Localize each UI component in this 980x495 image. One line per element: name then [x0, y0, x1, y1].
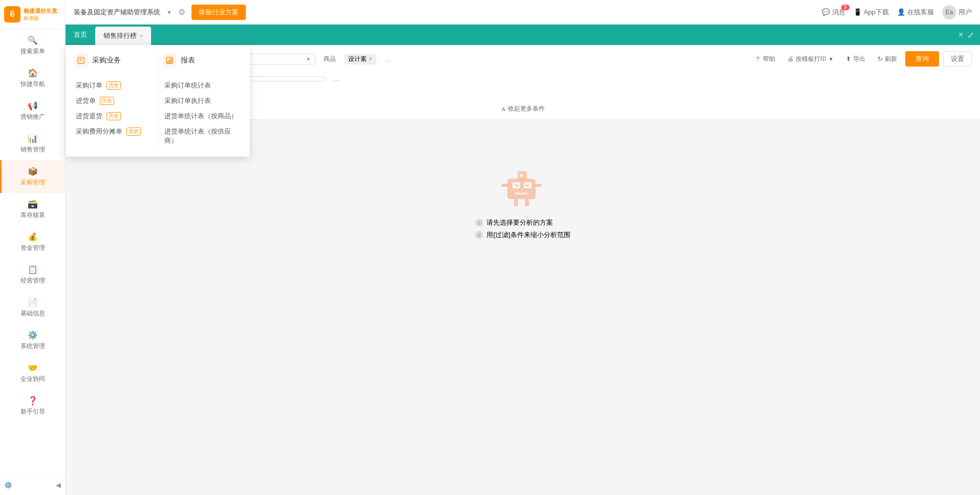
system-icon: ⚙️ [28, 330, 38, 340]
empty-illustration [497, 161, 548, 212]
message-button[interactable]: 💬 消息 9 [822, 8, 845, 17]
message-icon: 💬 [822, 8, 830, 16]
finance-icon: 💰 [28, 232, 38, 242]
export-button[interactable]: ⬆ 导出 [842, 53, 869, 66]
dropdown-columns: 采购业务 采购订单 历史 进货单 历史 进货退货 历史 [74, 53, 242, 148]
sidebar-item-quick-nav[interactable]: 🏠 快捷导航 [0, 62, 65, 95]
service-icon: 👤 [897, 8, 905, 16]
sidebar-item-sales[interactable]: 📊 销售管理 [0, 127, 65, 160]
svg-rect-7 [514, 199, 518, 206]
sidebar-footer: ⚙️ ◀ [0, 475, 65, 495]
avatar: Ea [942, 5, 956, 19]
online-service-button[interactable]: 👤 在线客服 [897, 8, 934, 17]
operations-icon: 📋 [28, 265, 38, 274]
sidebar: 6 畅捷通好生意 标准版 🔍 搜索菜单 🏠 快捷导航 📢 营销推广 📊 [0, 0, 66, 495]
marketing-icon: 📢 [28, 101, 38, 111]
user-button[interactable]: Ea 用户 [942, 5, 972, 19]
dropdown-col-purchase: 采购业务 采购订单 历史 进货单 历史 进货退货 历史 [74, 53, 154, 148]
top-bar: 装备及固定资产辅助管理系统 ▼ ⚙ 体验行业方案 💬 消息 9 📱 App下载 … [66, 0, 980, 25]
collapse-icon: ∧ [501, 105, 506, 113]
app-download-button[interactable]: 📱 App下载 [854, 8, 889, 17]
search-icon: 🔍 [28, 35, 38, 45]
dropdown-arrow[interactable]: ▼ [166, 9, 172, 15]
menu-purchase-expense[interactable]: 采购费用分摊单 历史 [74, 124, 154, 139]
tab-bar-right: × ⤢ [958, 30, 980, 40]
sales-icon: 📊 [28, 134, 38, 143]
sidebar-nav: 🔍 搜索菜单 🏠 快捷导航 📢 营销推广 📊 销售管理 📦 采购管理 � [0, 29, 65, 475]
print-arrow-icon: ▼ [828, 56, 834, 62]
purchase-dropdown-menu: 采购业务 采购订单 历史 进货单 历史 进货退货 历史 [66, 45, 250, 157]
print-button[interactable]: 🖨 按模板打印 ▼ [783, 53, 838, 66]
dropdown-col-purchase-header: 采购业务 [74, 53, 154, 72]
sidebar-item-marketing[interactable]: 📢 营销推广 [0, 95, 65, 127]
sidebar-item-inventory[interactable]: 🗃️ 库存核算 [0, 193, 65, 226]
menu-goods-receipt-stats-goods[interactable]: 进货单统计表（按商品） [162, 109, 242, 124]
svg-rect-19 [171, 58, 172, 63]
goods-label: 商品 [324, 55, 336, 63]
dropdown-col-reports: 报表 采购订单统计表 采购订单执行表 进货单统计表（按商品） 进货单统计表（按供… [162, 53, 242, 148]
svg-rect-2 [524, 182, 531, 188]
report-icon [162, 53, 177, 68]
logo-icon: 6 [4, 6, 20, 23]
top-bar-right: 💬 消息 9 📱 App下载 👤 在线客服 Ea 用户 [822, 5, 972, 19]
tab-close-icon[interactable]: × [140, 33, 143, 39]
sidebar-item-enterprise[interactable]: 🤝 企业协同 [0, 357, 65, 390]
window-maximize-icon[interactable]: ⤢ [967, 30, 974, 40]
menu-goods-receipt-stats-supplier[interactable]: 进货单统计表（按供应商） [162, 124, 242, 148]
logo-text: 畅捷通好生意 标准版 [24, 7, 57, 22]
salesperson-dots[interactable]: ... [334, 75, 339, 82]
refresh-icon: ↻ [878, 55, 883, 62]
industry-button[interactable]: 体验行业方案 [191, 5, 246, 20]
menu-goods-return[interactable]: 进货退货 历史 [74, 109, 154, 124]
reports-title: 报表 [181, 56, 195, 65]
settings-button[interactable]: 设置 [943, 51, 972, 67]
print-icon: 🖨 [787, 55, 794, 62]
menu-goods-receipt[interactable]: 进货单 历史 [74, 93, 154, 109]
query-button[interactable]: 查询 [905, 51, 939, 67]
sidebar-item-finance[interactable]: 💰 资金管理 [0, 226, 65, 259]
purchase-business-icon [74, 53, 88, 68]
help-button[interactable]: ？ 帮助 [751, 53, 779, 66]
guide-icon: ❓ [28, 396, 38, 405]
goods-tag-remove[interactable]: × [369, 55, 372, 62]
tip-dot-1: ① [475, 219, 483, 227]
svg-rect-17 [167, 61, 168, 63]
status-arrow-icon: ▼ [306, 56, 311, 62]
menu-purchase-order[interactable]: 采购订单 历史 [74, 78, 154, 93]
empty-tips: ① 请先选择要分析的方案 ② 用[过滤]条件来缩小分析范围 [475, 218, 570, 243]
system-title: 装备及固定资产辅助管理系统 [74, 8, 160, 17]
purchase-icon: 📦 [28, 166, 38, 176]
svg-rect-8 [525, 199, 529, 206]
svg-point-5 [520, 174, 523, 177]
svg-rect-0 [507, 179, 536, 199]
tab-home[interactable]: 首页 [66, 25, 95, 45]
dropdown-divider [158, 53, 158, 148]
dropdown-col-reports-header: 报表 [162, 53, 242, 72]
svg-rect-10 [535, 184, 542, 187]
topbar-settings-icon[interactable]: ⚙ [178, 7, 185, 17]
help-icon: ？ [755, 55, 761, 63]
svg-rect-13 [78, 57, 84, 63]
filter-actions: ？ 帮助 🖨 按模板打印 ▼ ⬆ 导出 ↻ [751, 51, 972, 67]
sidebar-item-operations[interactable]: 📋 经营管理 [0, 259, 65, 291]
phone-icon: 📱 [854, 8, 862, 16]
refresh-button[interactable]: ↻ 刷新 [874, 53, 901, 66]
collapse-button[interactable]: ∧ 收起更多条件 [501, 104, 545, 113]
main-area: 装备及固定资产辅助管理系统 ▼ ⚙ 体验行业方案 💬 消息 9 📱 App下载 … [66, 0, 980, 495]
settings-icon[interactable]: ⚙️ [4, 481, 12, 489]
goods-tag: 设计素 × [344, 54, 376, 64]
sidebar-item-search[interactable]: 🔍 搜索菜单 [0, 29, 65, 62]
goods-dots[interactable]: ... [385, 55, 390, 63]
sidebar-item-guide[interactable]: ❓ 新手引导 [0, 390, 65, 422]
menu-purchase-order-stats[interactable]: 采购订单统计表 [162, 78, 242, 93]
collapse-sidebar-icon[interactable]: ◀ [56, 481, 61, 489]
sidebar-item-basic-info[interactable]: 📄 基础信息 [0, 291, 65, 324]
tip-2: ② 用[过滤]条件来缩小分析范围 [475, 230, 570, 240]
window-close-icon[interactable]: × [958, 30, 963, 39]
menu-purchase-order-exec[interactable]: 采购订单执行表 [162, 93, 242, 109]
svg-rect-18 [169, 59, 170, 63]
tab-sales-rank[interactable]: 销售排行榜 × [95, 27, 151, 45]
sidebar-item-system[interactable]: ⚙️ 系统管理 [0, 324, 65, 357]
basic-info-icon: 📄 [28, 297, 38, 307]
sidebar-item-purchase[interactable]: 📦 采购管理 [0, 160, 65, 193]
